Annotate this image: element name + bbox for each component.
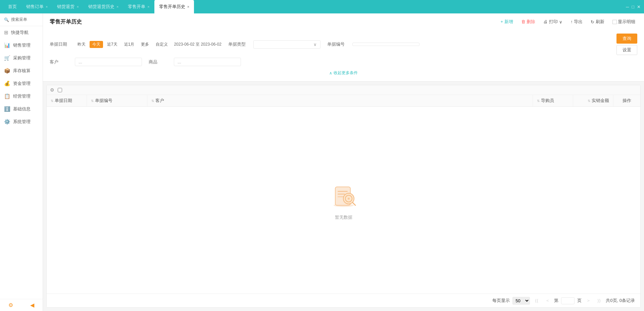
date-option-more[interactable]: 更多: [138, 41, 152, 48]
date-label: 单据日期: [50, 41, 68, 47]
doc-type-select[interactable]: ∨: [253, 40, 320, 49]
minimize-btn[interactable]: ─: [626, 4, 629, 9]
th-amount: ⇅ 实销金额: [573, 95, 613, 106]
svg-rect-3: [338, 194, 345, 195]
sort-icon-no[interactable]: ⇅: [91, 99, 94, 103]
tab-sales-order[interactable]: 销售订单 ×: [21, 0, 52, 13]
filter-row-2: 客户 ... 商品 ...: [50, 58, 637, 66]
main-layout: 🔍 搜索采单 ⊞ 快捷导航 📊 销售管理 🛒 采购管理 📦 库存核算 💰 资金管…: [0, 13, 644, 311]
sys-mgmt-icon: ⚙️: [4, 119, 10, 125]
date-option-last1m[interactable]: 近1月: [121, 41, 137, 48]
delete-button[interactable]: 🗑 删除: [519, 17, 538, 26]
tab-retail-open-history[interactable]: 零售开单历史 ×: [154, 0, 194, 13]
sort-icon-amount[interactable]: ⇅: [588, 99, 590, 103]
close-btn[interactable]: ✕: [637, 4, 641, 9]
customer-input[interactable]: ...: [75, 58, 142, 66]
sort-icon-customer[interactable]: ⇅: [151, 99, 154, 103]
sidebar-item-base-info[interactable]: ℹ️ 基础信息: [0, 103, 43, 115]
collapse-bar[interactable]: ∧ 收起更多条件: [50, 69, 637, 79]
tab-sales-return-history[interactable]: 销货退货历史 ×: [84, 0, 123, 13]
maximize-btn[interactable]: □: [632, 4, 634, 9]
page-label-suffix: 页: [577, 298, 582, 304]
filter-area: 单据日期 昨天 今天 近7天 近1月 更多 自定义 2023-06-02 至 2…: [50, 30, 637, 81]
page-input[interactable]: 1: [561, 297, 575, 304]
filter-row-1: 单据日期 昨天 今天 近7天 近1月 更多 自定义 2023-06-02 至 2…: [50, 34, 637, 55]
quick-nav-icon: ⊞: [4, 30, 8, 36]
tab-sales-return[interactable]: 销货退货 ×: [52, 0, 83, 13]
sidebar-item-sales-mgmt[interactable]: 📊 销售管理: [0, 39, 43, 52]
base-info-icon: ℹ️: [4, 106, 10, 112]
tab-retail-open[interactable]: 零售开单 ×: [123, 0, 154, 13]
page-title-row: 零售开单历史 + 新增 🗑 删除 🖨 打印 ∨ ↑ 导出 ↻ 刷新: [50, 17, 637, 26]
sort-icon-date[interactable]: ⇅: [51, 99, 53, 103]
select-all-checkbox[interactable]: [58, 88, 62, 92]
sidebar-search[interactable]: 🔍 搜索采单: [0, 13, 43, 26]
svg-point-8: [348, 198, 350, 200]
ops-mgmt-icon: 📋: [4, 93, 10, 99]
refresh-icon: ↻: [591, 19, 594, 24]
finance-mgmt-icon: 💰: [4, 81, 10, 87]
tab-close-sales-order[interactable]: ×: [46, 5, 48, 9]
goods-input[interactable]: ...: [174, 58, 241, 66]
date-option-custom[interactable]: 自定义: [153, 41, 170, 48]
page-next-btn[interactable]: ＞: [584, 297, 592, 305]
svg-rect-2: [338, 191, 348, 192]
toolbar: + 新增 🗑 删除 🖨 打印 ∨ ↑ 导出 ↻ 刷新: [498, 17, 637, 26]
top-tab-bar: 首页 销售订单 × 销货退货 × 销货退货历史 × 零售开单 × 零售开单历史 …: [0, 0, 644, 13]
window-controls: ─ □ ✕: [626, 4, 641, 9]
sidebar-item-quick-nav[interactable]: ⊞ 快捷导航: [0, 26, 43, 39]
tab-close-sales-return-history[interactable]: ×: [116, 5, 118, 9]
date-option-last7[interactable]: 近7天: [104, 41, 120, 48]
table-container: ⚙ ⇅ 单据日期 ⇅ 单据编号 ⇅ 客户 ⇅ 导购员: [46, 85, 641, 308]
sidebar-item-finance-mgmt[interactable]: 💰 资金管理: [0, 77, 43, 90]
settings-button[interactable]: 设置: [616, 45, 637, 55]
page-label-prefix: 第: [554, 298, 558, 304]
page-prev-btn[interactable]: ＜: [543, 297, 551, 305]
empty-text: 暂无数据: [335, 214, 352, 220]
tab-close-retail-open[interactable]: ×: [147, 5, 149, 9]
sidebar-item-purchase-mgmt[interactable]: 🛒 采购管理: [0, 52, 43, 64]
pagination: 每页显示 50 10 20 100 ⟨⟨ ＜ 第 1 页 ＞ ⟩⟩ 共0页, 0…: [47, 294, 640, 307]
page-header: 零售开单历史 + 新增 🗑 删除 🖨 打印 ∨ ↑ 导出 ↻ 刷新: [43, 13, 644, 82]
sidebar-item-ops-mgmt[interactable]: 📋 经营管理: [0, 90, 43, 103]
th-guide: ⇅ 导购员: [533, 95, 573, 106]
tab-close-sales-return[interactable]: ×: [77, 5, 79, 9]
search-icon: 🔍: [4, 17, 9, 22]
date-option-yesterday[interactable]: 昨天: [75, 41, 88, 48]
empty-area: 暂无数据: [47, 107, 640, 294]
sidebar-collapse-btn[interactable]: ◀: [30, 302, 34, 308]
export-button[interactable]: ↑ 导出: [568, 17, 585, 26]
empty-illustration: [329, 180, 359, 210]
page-last-btn[interactable]: ⟩⟩: [595, 297, 603, 305]
sales-mgmt-icon: 📊: [4, 42, 10, 48]
doc-no-input[interactable]: [352, 43, 419, 46]
customer-label: 客户: [50, 59, 68, 65]
print-button[interactable]: 🖨 打印 ∨: [541, 17, 564, 26]
page-title: 零售开单历史: [50, 18, 82, 25]
sidebar-item-inventory[interactable]: 📦 库存核算: [0, 64, 43, 77]
sort-icon-guide[interactable]: ⇅: [537, 99, 540, 103]
content-area: 零售开单历史 + 新增 🗑 删除 🖨 打印 ∨ ↑ 导出 ↻ 刷新: [43, 13, 644, 311]
collapse-label: 收起更多条件: [334, 70, 358, 76]
page-first-btn[interactable]: ⟨⟨: [533, 297, 541, 305]
th-date: ⇅ 单据日期: [47, 95, 87, 106]
date-option-today[interactable]: 今天: [90, 41, 103, 48]
tab-close-retail-open-history[interactable]: ×: [187, 5, 189, 9]
tab-home[interactable]: 首页: [3, 0, 21, 13]
goods-more-icon: ...: [178, 59, 181, 64]
sidebar-settings-btn[interactable]: ⚙: [8, 302, 13, 308]
customer-more-icon: ...: [79, 59, 82, 64]
table-gear-icon[interactable]: ⚙: [50, 87, 54, 93]
refresh-button[interactable]: ↻ 刷新: [589, 17, 606, 26]
sidebar-bottom: ⚙ ◀: [0, 299, 43, 311]
new-button[interactable]: + 新增: [498, 17, 515, 26]
display-detail-button[interactable]: 显示明细: [610, 17, 637, 26]
table-toolbar: ⚙: [47, 85, 640, 95]
page-size-select[interactable]: 50 10 20 100: [512, 297, 530, 305]
sidebar: 🔍 搜索采单 ⊞ 快捷导航 📊 销售管理 🛒 采购管理 📦 库存核算 💰 资金管…: [0, 13, 43, 311]
sidebar-item-sys-mgmt[interactable]: ⚙️ 系统管理: [0, 115, 43, 128]
table-header: ⇅ 单据日期 ⇅ 单据编号 ⇅ 客户 ⇅ 导购员 ⇅ 实销金额: [47, 95, 640, 107]
action-buttons: 查询 设置: [616, 34, 637, 55]
doc-no-label: 单据编号: [327, 41, 346, 47]
query-button[interactable]: 查询: [616, 34, 637, 44]
